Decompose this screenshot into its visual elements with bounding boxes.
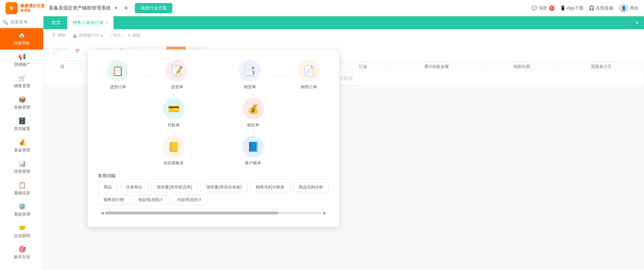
sales-bill-label: 销货单: [244, 84, 256, 90]
sidebar-item-guide[interactable]: 🎯 新手引导: [0, 242, 43, 264]
search-icon: 🔍: [3, 20, 8, 25]
finance-icon: 💰: [18, 139, 26, 146]
flow-node-payment: 💳 付款单: [150, 98, 197, 128]
sidebar-item-sales[interactable]: 🛒 销售管理: [0, 71, 43, 92]
system-dropdown[interactable]: ▾: [115, 5, 117, 11]
flow-node-customer-ledger: 📘 客户账本: [230, 136, 277, 166]
sidebar: 🔍 搜索菜单 🏠 快捷导航 📢 营销推广 🛒 销售管理 📦 采购管理 🗄️: [0, 16, 43, 270]
func-btn-product[interactable]: 商品: [98, 182, 118, 192]
tab-bar: 首页 销售订单执行表 × ×: [43, 16, 644, 29]
flow-node-sales-bill: 📑 销货单: [230, 60, 269, 90]
inventory-icon: 🗄️: [18, 117, 26, 125]
func-buttons: 商品 往来单位 现存量(库存状况表) 现存量(库存分布表) 销售毛利分析表 商品…: [98, 182, 329, 192]
sales-order-label: 销售订单: [301, 84, 317, 90]
logo-text: 畅康通好生意 标准版: [20, 3, 45, 12]
tab-panel-close[interactable]: ×: [633, 20, 641, 26]
supplier-ledger-icon: 📒: [163, 136, 185, 158]
func-btn-product-margin[interactable]: 商品毛利分析: [293, 182, 329, 192]
receipt-icon: 💰: [242, 98, 264, 120]
receipt-label: 收款单: [247, 122, 259, 128]
modal-box: 📋 进货订单 - - - - → 📝 进货单: [88, 50, 339, 227]
experience-btn[interactable]: 体验行业方案: [135, 3, 172, 13]
top-bar-right: 💬 消息 6 📱 App下载 🎧 在线客服 👤 用友: [532, 3, 639, 13]
common-functions: 常用功能 商品 往来单位 现存量(库存状况表) 现存量(库存分布表) 销售毛利分…: [98, 173, 329, 205]
sidebar-item-inventory[interactable]: 🗄️ 库存核算: [0, 114, 43, 135]
supplier-ledger-label: 供应商账本: [163, 160, 184, 166]
guide-icon: 🎯: [18, 246, 26, 253]
sales-icon: 🛒: [18, 74, 26, 82]
func-buttons-row2: 销售排行榜 收款情况统计 付款情况统计: [98, 195, 329, 205]
sidebar-item-purchase[interactable]: 📦 采购管理: [0, 92, 43, 114]
message-btn[interactable]: 💬 消息 6: [532, 5, 555, 11]
sales-bill-icon: 📑: [239, 60, 261, 82]
arrow-down-payment: ↓: [150, 91, 197, 96]
message-badge: 6: [549, 5, 555, 11]
scroll-thumb: [105, 212, 278, 214]
system-icon: ⚙️: [18, 203, 26, 210]
sidebar-item-operations[interactable]: 📊 经营管理: [0, 157, 43, 178]
customer-ledger-icon: 📘: [242, 136, 264, 158]
scroll-left-icon[interactable]: ◀: [101, 211, 104, 215]
purchase-bill-label: 进货单: [171, 84, 183, 90]
flow-node-purchase-order: 📋 进货订单: [98, 60, 138, 90]
scroll-track[interactable]: [105, 212, 322, 214]
common-functions-title: 常用功能: [98, 173, 329, 179]
sidebar-item-quick-nav[interactable]: 🏠 快捷导航: [0, 28, 43, 50]
cooperation-icon: 🤝: [18, 224, 26, 232]
tab-home[interactable]: 首页: [46, 16, 66, 29]
top-bar: 6 畅康通好生意 标准版 装备及固定资产辅助管理系统 ▾ ⚙ 体验行业方案 💬 …: [0, 0, 644, 16]
purchase-bill-icon: 📝: [166, 60, 188, 82]
arrow-purchase-to-bill: - - - - →: [140, 73, 154, 77]
purchase-order-icon: 📋: [107, 60, 129, 82]
func-btn-stock-status[interactable]: 现存量(库存状况表): [151, 182, 198, 192]
func-btn-partners[interactable]: 往来单位: [120, 182, 148, 192]
scroll-bar-area: ◀ ▶: [98, 209, 329, 217]
tab-close-icon[interactable]: ×: [106, 20, 108, 25]
home-icon: 🏠: [18, 32, 25, 39]
user-menu[interactable]: 👤 用友: [619, 3, 639, 13]
phone-icon: 📱: [560, 5, 565, 11]
online-service-btn[interactable]: 🎧 在线客服: [589, 5, 613, 11]
sidebar-item-marketing[interactable]: 📢 营销推广: [0, 50, 43, 71]
arrow-down-receipt: ↓: [230, 91, 277, 96]
func-btn-sales-margin[interactable]: 销售毛利分析表: [250, 182, 290, 192]
sidebar-item-system[interactable]: ⚙️ 系统管理: [0, 199, 43, 221]
flow-node-supplier-ledger: 📒 供应商账本: [150, 136, 197, 166]
main-content: ❓ 帮助 🖨️ 按模板打印 ▾ ↑ 导出 ↻ 刷新: [43, 29, 644, 270]
arrow-down-supplier: ↓: [150, 129, 197, 134]
marketing-icon: 📢: [18, 53, 26, 60]
customer-ledger-label: 客户账本: [245, 160, 261, 166]
logo-area: 6 畅康通好生意 标准版: [5, 2, 45, 14]
sidebar-item-basic-info[interactable]: 📋 基础信息: [0, 178, 43, 199]
scroll-right-icon[interactable]: ▶: [323, 211, 326, 215]
func-btn-stock-dist[interactable]: 现存量(库存分布表): [201, 182, 247, 192]
payment-label: 付款单: [168, 122, 180, 128]
modal-overlay: 📋 进货订单 - - - - → 📝 进货单: [43, 29, 644, 270]
system-title: 装备及固定资产辅助管理系统: [49, 5, 111, 11]
purchase-order-label: 进货订单: [110, 84, 126, 90]
flow-node-receipt: 💰 收款单: [230, 98, 277, 128]
headset-icon: 🎧: [589, 5, 594, 11]
sidebar-item-cooperation[interactable]: 🤝 企业协同: [0, 221, 43, 242]
purchase-icon: 📦: [18, 96, 26, 103]
flow-node-purchase-bill: 📝 进货单: [157, 60, 197, 90]
operations-icon: 📊: [18, 160, 26, 167]
tab-sales-order[interactable]: 销售订单执行表 ×: [67, 16, 114, 29]
search-menu-btn[interactable]: 🔍 搜索菜单: [0, 16, 43, 28]
chevron-down-icon: ▾: [115, 5, 117, 11]
app-layout: 6 畅康通好生意 标准版 装备及固定资产辅助管理系统 ▾ ⚙ 体验行业方案 💬 …: [0, 0, 644, 270]
sidebar-item-finance[interactable]: 💰 资金管理: [0, 135, 43, 157]
payment-icon: 💳: [163, 98, 185, 120]
app-download-btn[interactable]: 📱 App下载: [560, 5, 584, 11]
func-btn-receipt-stats[interactable]: 收款情况统计: [133, 195, 169, 205]
basic-info-icon: 📋: [18, 181, 26, 189]
settings-icon[interactable]: ⚙: [121, 3, 131, 13]
arrow-sales-order-to-bill: ← - - - -: [272, 73, 286, 77]
content-area: 首页 销售订单执行表 × × ❓ 帮助 🖨️ 按模板打印: [43, 16, 644, 270]
sales-order-icon: 📄: [298, 60, 320, 82]
message-icon: 💬: [532, 5, 537, 11]
arrow-down-customer: ↓: [230, 129, 277, 134]
func-btn-payment-stats[interactable]: 付款情况统计: [171, 195, 207, 205]
avatar: 👤: [619, 3, 628, 13]
func-btn-sales-rank[interactable]: 销售排行榜: [98, 195, 130, 205]
